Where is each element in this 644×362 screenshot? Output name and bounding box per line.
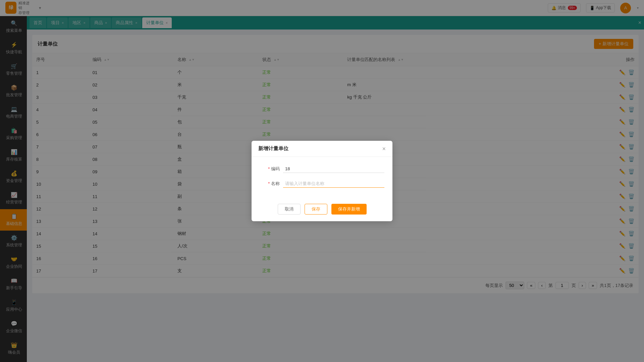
save-and-new-button[interactable]: 保存并新增 [331, 204, 367, 215]
name-input[interactable] [283, 180, 384, 188]
modal-overlay: 新增计量单位 × 编码 名称 取消 保存 保存并新增 [0, 0, 644, 362]
name-label: 名称 [260, 181, 280, 187]
modal-footer: 取消 保存 保存并新增 [252, 200, 392, 221]
cancel-button[interactable]: 取消 [278, 204, 301, 215]
code-label: 编码 [260, 166, 280, 172]
code-input[interactable] [283, 165, 384, 173]
save-button[interactable]: 保存 [305, 204, 327, 215]
modal-close-button[interactable]: × [382, 146, 386, 152]
modal-body: 编码 名称 [252, 157, 392, 200]
new-unit-modal: 新增计量单位 × 编码 名称 取消 保存 保存并新增 [252, 141, 392, 221]
name-form-row: 名称 [260, 180, 384, 188]
code-form-row: 编码 [260, 165, 384, 173]
modal-header: 新增计量单位 × [252, 141, 392, 157]
modal-title: 新增计量单位 [258, 145, 288, 152]
